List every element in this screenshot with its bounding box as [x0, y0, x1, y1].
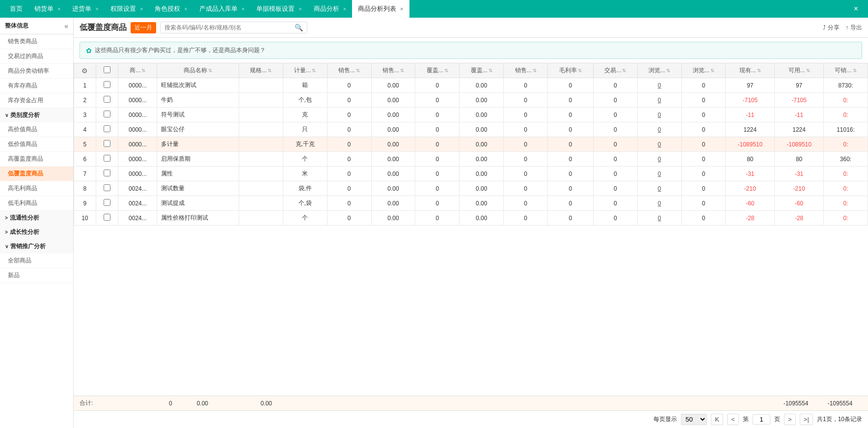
row-checkbox[interactable] — [104, 125, 110, 132]
page-input[interactable] — [753, 414, 770, 425]
column-sales-amt[interactable]: 销售...⇅ — [371, 63, 415, 78]
next-page-button[interactable]: > — [784, 414, 796, 425]
search-input[interactable] — [164, 24, 293, 31]
row-checkbox[interactable] — [104, 214, 110, 221]
row-browse1[interactable]: 0 — [637, 93, 681, 108]
row-checkbox[interactable] — [104, 140, 110, 147]
row-saleable: 0: — [823, 181, 868, 196]
column-code[interactable]: 商...⇅ — [118, 63, 157, 78]
row-trade: 0 — [593, 137, 637, 152]
column-spec[interactable]: 规格...⇅ — [239, 63, 283, 78]
time-filter-button[interactable]: 近一月 — [131, 22, 156, 33]
row-checkbox[interactable] — [104, 81, 110, 88]
close-sales-tab-icon[interactable]: × — [57, 6, 60, 12]
sidebar-category-marketing[interactable]: ∨ 营销推广分析 — [0, 239, 73, 254]
nav-tab-sales[interactable]: 销货单 × — [28, 0, 66, 18]
column-available[interactable]: 可用...⇅ — [775, 63, 824, 78]
sidebar-item-low-coverage[interactable]: 低覆盖度商品 — [0, 167, 73, 181]
per-page-select[interactable]: 50 10 20 100 — [681, 414, 707, 425]
row-checkbox[interactable] — [104, 96, 110, 103]
sidebar-item-high-value[interactable]: 高价值商品 — [0, 122, 73, 137]
sidebar-item-in-stock[interactable]: 有库存商品 — [0, 79, 73, 93]
search-icon[interactable]: 🔍 — [295, 24, 303, 31]
column-sales-qty[interactable]: 销售...⇅ — [327, 63, 371, 78]
close-permission-tab-icon[interactable]: × — [140, 6, 143, 12]
row-checkbox[interactable] — [104, 184, 110, 191]
nav-tab-purchase[interactable]: 进货单 × — [66, 0, 104, 18]
close-template-tab-icon[interactable]: × — [298, 6, 301, 12]
row-checkbox[interactable] — [104, 111, 110, 117]
column-browse1[interactable]: 浏览...⇅ — [637, 63, 681, 78]
sidebar-item-low-margin[interactable]: 低毛利商品 — [0, 196, 73, 211]
nav-tab-production[interactable]: 产成品入库单 × — [193, 0, 250, 18]
sidebar-item-traded-goods[interactable]: 交易过的商品 — [0, 49, 73, 64]
info-banner: ✿ 这些商品只有很少客户购买过，是推广不够，还是商品本身问题？ — [80, 42, 862, 59]
close-purchase-tab-icon[interactable]: × — [95, 6, 98, 12]
table-header-row: ⚙ 商...⇅ 商品名称⇅ 规格...⇅ 计量...⇅ 销售...⇅ 销售...… — [74, 63, 868, 78]
column-current-stock[interactable]: 现有...⇅ — [726, 63, 775, 78]
row-checkbox[interactable] — [104, 170, 110, 176]
nav-tab-role[interactable]: 角色授权 × — [149, 0, 193, 18]
close-role-tab-icon[interactable]: × — [184, 6, 187, 12]
gear-icon[interactable]: ⚙ — [81, 67, 88, 75]
footer-sales-amt: 0.00 — [185, 400, 219, 407]
column-trade[interactable]: 交易...⇅ — [593, 63, 637, 78]
sidebar-category-value-analysis[interactable]: ∨ 类别度分析 — [0, 108, 73, 122]
row-browse1[interactable]: 0 — [637, 78, 681, 93]
row-sales-amt: 0.00 — [371, 181, 415, 196]
row-browse1[interactable]: 0 — [637, 152, 681, 167]
sidebar-item-high-coverage[interactable]: 高覆盖度商品 — [0, 152, 73, 167]
nav-tab-home[interactable]: 首页 — [4, 0, 28, 18]
nav-tab-permission[interactable]: 权限设置 × — [105, 0, 149, 18]
nav-tab-analysis-list[interactable]: 商品分析列表 × — [352, 0, 409, 18]
row-browse1[interactable]: 0 — [637, 196, 681, 211]
close-analysis-list-tab-icon[interactable]: × — [400, 6, 403, 12]
row-gross-rate: 0 — [548, 152, 594, 167]
row-checkbox-cell — [96, 137, 118, 152]
sidebar-item-low-value[interactable]: 低价值商品 — [0, 137, 73, 152]
sidebar-item-inventory-funds[interactable]: 库存资金占用 — [0, 93, 73, 108]
column-saleable[interactable]: 可销...⇅ — [823, 63, 868, 78]
column-coverage2[interactable]: 覆盖...⇅ — [460, 63, 504, 78]
row-checkbox[interactable] — [104, 199, 110, 206]
table-footer: 合计: 0 0.00 0.00 -1095554 -1095554 — [74, 396, 868, 410]
row-browse1[interactable]: 0 — [637, 137, 681, 152]
row-available: 97 — [775, 78, 824, 93]
row-cov1: 0 — [415, 167, 460, 181]
sidebar-item-all-goods[interactable]: 全部商品 — [0, 254, 73, 268]
column-sales-days[interactable]: 销售...⇅ — [504, 63, 548, 78]
sidebar-item-sales-goods[interactable]: 销售类商品 — [0, 34, 73, 49]
share-button[interactable]: ⤴ 分享 — [823, 24, 840, 32]
sidebar-item-high-margin[interactable]: 高毛利商品 — [0, 181, 73, 196]
row-checkbox-cell — [96, 152, 118, 167]
row-sales-amt: 0.00 — [371, 122, 415, 137]
row-browse1[interactable]: 0 — [637, 122, 681, 137]
column-settings[interactable]: ⚙ — [74, 63, 96, 78]
column-unit[interactable]: 计量...⇅ — [283, 63, 327, 78]
last-page-button[interactable]: >| — [800, 414, 813, 425]
nav-tab-template[interactable]: 单据模板设置 × — [250, 0, 307, 18]
close-analysis-tab-icon[interactable]: × — [343, 6, 346, 12]
sidebar-item-category-turnover[interactable]: 商品分类动销率 — [0, 64, 73, 79]
sidebar-item-new-goods[interactable]: 新品 — [0, 268, 73, 283]
sidebar-category-growth[interactable]: > 成长性分析 — [0, 225, 73, 239]
column-name[interactable]: 商品名称⇅ — [157, 63, 239, 78]
first-page-button[interactable]: K — [711, 414, 723, 425]
row-checkbox[interactable] — [104, 155, 110, 162]
row-cov2: 0.00 — [460, 122, 504, 137]
column-gross-rate[interactable]: 毛利率⇅ — [548, 63, 594, 78]
column-browse2[interactable]: 浏览...⇅ — [681, 63, 726, 78]
window-close-button[interactable]: × — [848, 4, 864, 13]
row-browse1[interactable]: 0 — [637, 108, 681, 122]
column-coverage1[interactable]: 覆盖...⇅ — [415, 63, 460, 78]
prev-page-button[interactable]: < — [727, 414, 739, 425]
row-browse1[interactable]: 0 — [637, 211, 681, 226]
nav-tab-analysis[interactable]: 商品分析 × — [308, 0, 352, 18]
select-all-checkbox[interactable] — [104, 66, 110, 73]
sidebar-category-liquidity[interactable]: > 流通性分析 — [0, 211, 73, 225]
close-production-tab-icon[interactable]: × — [242, 6, 244, 12]
export-button[interactable]: ↑ 导出 — [845, 24, 862, 32]
row-browse1[interactable]: 0 — [637, 167, 681, 181]
row-browse1[interactable]: 0 — [637, 181, 681, 196]
sidebar-collapse-button[interactable]: « — [64, 22, 68, 30]
